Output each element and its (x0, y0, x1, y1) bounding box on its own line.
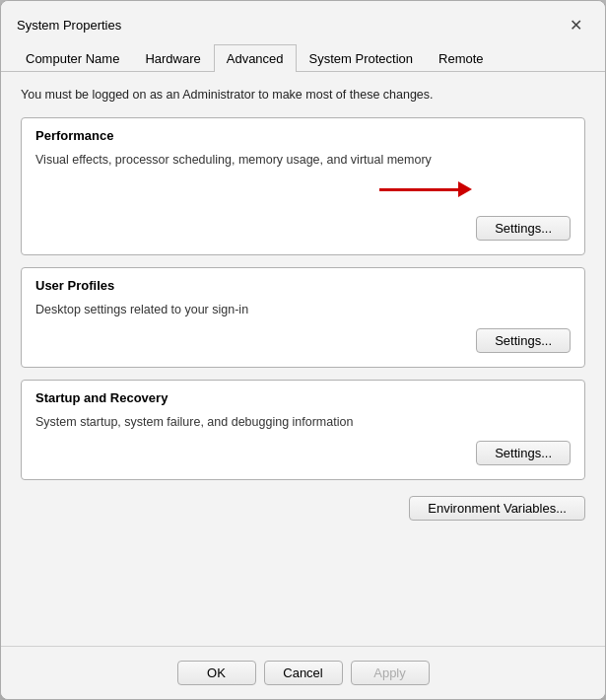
startup-recovery-btn-row: Settings... (35, 441, 571, 465)
startup-recovery-section: Startup and Recovery System startup, sys… (21, 380, 585, 480)
system-properties-window: System Properties ✕ Computer Name Hardwa… (0, 0, 606, 700)
performance-settings-button[interactable]: Settings... (476, 216, 571, 241)
arrow-head (458, 181, 472, 197)
startup-recovery-settings-button[interactable]: Settings... (476, 441, 571, 465)
performance-section: Performance Visual effects, processor sc… (21, 117, 585, 255)
user-profiles-title: User Profiles (35, 278, 571, 293)
performance-btn-row: Settings... (35, 216, 571, 241)
arrow-line (379, 188, 458, 191)
tab-hardware[interactable]: Hardware (132, 44, 213, 72)
arrow-container (35, 175, 571, 204)
tab-computer-name[interactable]: Computer Name (13, 44, 132, 72)
user-profiles-btn-row: Settings... (35, 328, 571, 353)
window-title: System Properties (17, 18, 121, 33)
bottom-bar: OK Cancel Apply (1, 646, 605, 699)
user-profiles-section: User Profiles Desktop settings related t… (21, 267, 585, 368)
tab-advanced[interactable]: Advanced (214, 44, 297, 72)
cancel-button[interactable]: Cancel (264, 661, 343, 685)
tab-system-protection[interactable]: System Protection (297, 44, 427, 72)
tab-content: You must be logged on as an Administrato… (1, 72, 605, 646)
user-profiles-settings-button[interactable]: Settings... (476, 328, 571, 353)
admin-info-text: You must be logged on as an Administrato… (21, 88, 585, 102)
ok-button[interactable]: OK (177, 661, 256, 685)
performance-description: Visual effects, processor scheduling, me… (35, 153, 571, 167)
apply-button[interactable]: Apply (351, 661, 430, 685)
tab-bar: Computer Name Hardware Advanced System P… (1, 44, 605, 72)
startup-recovery-description: System startup, system failure, and debu… (35, 415, 571, 429)
red-arrow (379, 181, 472, 197)
startup-recovery-title: Startup and Recovery (35, 390, 571, 405)
close-button[interactable]: ✕ (562, 11, 589, 38)
env-variables-row: Environment Variables... (21, 496, 585, 521)
tab-remote[interactable]: Remote (426, 44, 497, 72)
title-bar: System Properties ✕ (1, 1, 605, 44)
user-profiles-description: Desktop settings related to your sign-in (35, 303, 571, 316)
environment-variables-button[interactable]: Environment Variables... (409, 496, 585, 521)
performance-title: Performance (35, 128, 571, 143)
